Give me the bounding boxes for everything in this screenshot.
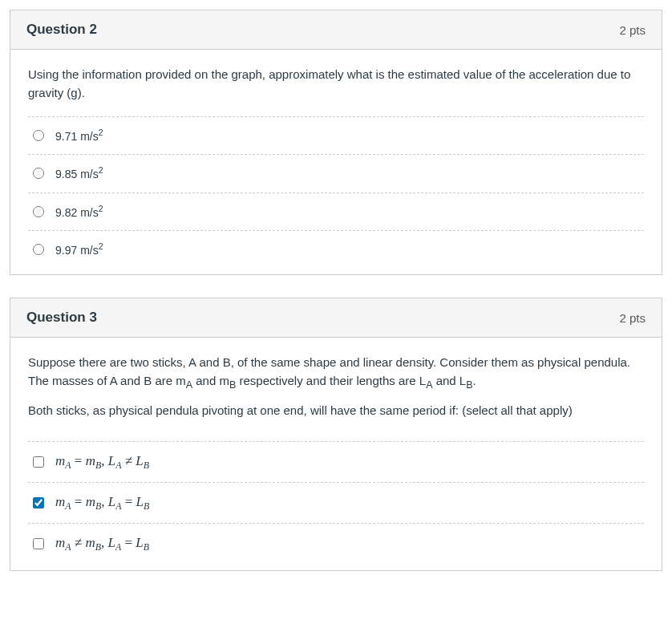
q3-checkbox-2[interactable]: [33, 538, 44, 549]
q3-option-0-label: mA = mB, LA ≠ LB: [55, 452, 641, 472]
q3-checkbox-0[interactable]: [33, 456, 44, 468]
question-3-prompt: Suppose there are two sticks, A and B, o…: [28, 354, 644, 420]
q2-option-3-unit: m/s: [80, 243, 99, 256]
q2-radio-1[interactable]: [33, 168, 44, 179]
q2-radio-0[interactable]: [33, 130, 44, 141]
question-3-points: 2 pts: [619, 311, 646, 325]
q2-option-2-unit: m/s: [80, 205, 99, 218]
q2-option-0-unit: m/s: [80, 130, 99, 143]
q2-option-1-unit: m/s: [80, 168, 99, 180]
q2-option-0-value: 9.71: [55, 130, 77, 143]
q2-option-0[interactable]: 9.71 m/s2: [28, 117, 644, 155]
q3-checkbox-1[interactable]: [33, 497, 44, 508]
question-2-prompt: Using the information provided on the gr…: [28, 66, 644, 102]
q2-option-1-label: 9.85 m/s2: [55, 164, 641, 182]
q2-radio-3[interactable]: [33, 244, 44, 255]
q2-option-3-value: 9.97: [55, 243, 77, 256]
question-2-header: Question 2 2 pts: [10, 10, 662, 50]
q2-option-2-value: 9.82: [55, 205, 77, 218]
question-3-prompt-p2: Both sticks, as physical pendula pivotin…: [28, 402, 644, 420]
q3-option-2[interactable]: mA ≠ mB, LA = LB: [28, 524, 644, 564]
question-2-options: 9.71 m/s2 9.85 m/s2 9.82 m/s2: [28, 116, 644, 268]
q2-option-0-label: 9.71 m/s2: [55, 127, 641, 144]
question-2-body: Using the information provided on the gr…: [10, 50, 662, 274]
q2-option-3[interactable]: 9.97 m/s2: [28, 231, 644, 268]
q3-option-1[interactable]: mA = mB, LA = LB: [28, 483, 644, 524]
q2-option-1[interactable]: 9.85 m/s2: [28, 155, 644, 192]
question-3-title: Question 3: [26, 310, 97, 326]
q2-option-1-value: 9.85: [55, 168, 77, 180]
question-3-prompt-p1: Suppose there are two sticks, A and B, o…: [28, 354, 644, 392]
question-3-body: Suppose there are two sticks, A and B, o…: [10, 338, 662, 570]
q2-option-1-exp: 2: [99, 165, 103, 175]
question-2-card: Question 2 2 pts Using the information p…: [10, 10, 662, 275]
q2-option-2-label: 9.82 m/s2: [55, 203, 641, 221]
q3-option-0[interactable]: mA = mB, LA ≠ LB: [28, 442, 644, 483]
q2-option-2[interactable]: 9.82 m/s2: [28, 193, 644, 231]
q2-option-3-label: 9.97 m/s2: [55, 241, 641, 258]
q2-option-3-exp: 2: [99, 241, 103, 251]
question-3-options: mA = mB, LA ≠ LB mA = mB, LA = LB: [28, 441, 644, 564]
question-2-points: 2 pts: [619, 23, 646, 37]
q2-option-2-exp: 2: [99, 204, 103, 213]
q2-radio-2[interactable]: [33, 206, 44, 217]
q3-option-2-label: mA ≠ mB, LA = LB: [55, 533, 641, 554]
question-3-card: Question 3 2 pts Suppose there are two s…: [10, 298, 662, 571]
q2-option-0-exp: 2: [99, 128, 103, 137]
question-2-title: Question 2: [26, 22, 97, 38]
question-3-header: Question 3 2 pts: [10, 298, 662, 338]
question-2-prompt-text: Using the information provided on the gr…: [28, 66, 644, 102]
q3-option-1-label: mA = mB, LA = LB: [55, 492, 641, 513]
